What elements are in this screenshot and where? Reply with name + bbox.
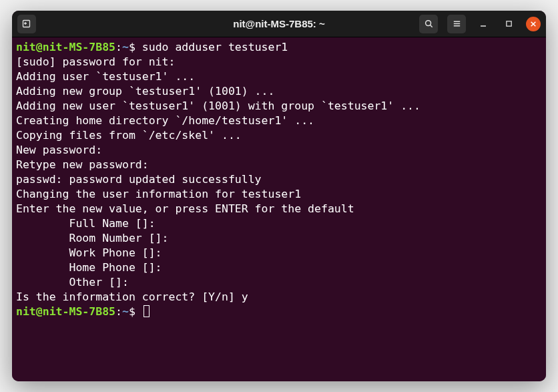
menu-button[interactable]	[447, 15, 466, 33]
terminal-line: Work Phone []:	[16, 246, 542, 260]
titlebar-left	[17, 15, 36, 33]
prompt-path: ~	[122, 41, 129, 53]
terminal-line: Changing the user information for testus…	[16, 187, 542, 202]
svg-line-4	[430, 25, 432, 27]
prompt-path: ~	[122, 305, 129, 318]
terminal-line: Retype new password:	[16, 158, 542, 172]
prompt-user: nit@nit-MS-7B85	[16, 305, 115, 318]
terminal-line: Adding new group `testuser1' (1001) ...	[16, 84, 542, 99]
prompt-user: nit@nit-MS-7B85	[16, 41, 115, 53]
terminal-line: Enter the new value, or press ENTER for …	[16, 202, 542, 216]
terminal-line: Home Phone []:	[16, 260, 542, 275]
terminal-line: passwd: password updated successfully	[16, 172, 542, 187]
search-button[interactable]	[419, 15, 438, 33]
new-tab-button[interactable]	[17, 15, 36, 33]
maximize-button[interactable]	[501, 16, 517, 32]
close-button[interactable]	[526, 17, 541, 31]
terminal-line: Adding new user `testuser1' (1001) with …	[16, 99, 542, 114]
terminal-line: Creating home directory `/home/testuser1…	[16, 114, 542, 128]
terminal-body[interactable]: nit@nit-MS-7B85:~$ sudo adduser testuser…	[12, 37, 546, 381]
prompt-colon: :	[115, 305, 122, 318]
prompt-colon: :	[115, 41, 122, 53]
terminal-line: Room Number []:	[16, 231, 542, 246]
svg-point-3	[425, 21, 431, 26]
terminal-line: [sudo] password for nit:	[16, 55, 542, 69]
terminal-line: Other []:	[16, 275, 542, 290]
terminal-line: Is the information correct? [Y/n] y	[16, 290, 542, 305]
titlebar-right	[419, 15, 541, 33]
prompt-dollar: $	[129, 41, 135, 53]
terminal-line: nit@nit-MS-7B85:~$ sudo adduser testuser…	[16, 40, 542, 55]
terminal-line: Adding user `testuser1' ...	[16, 69, 542, 84]
cursor-icon	[144, 305, 150, 317]
command-text	[135, 305, 142, 318]
window-title: nit@nit-MS-7B85: ~	[233, 18, 325, 29]
svg-rect-9	[506, 21, 511, 26]
terminal-window: nit@nit-MS-7B85: ~	[12, 11, 546, 381]
terminal-line: Full Name []:	[16, 216, 542, 231]
terminal-line: New password:	[16, 143, 542, 158]
prompt-dollar: $	[129, 305, 135, 318]
command-text: sudo adduser testuser1	[135, 41, 288, 53]
minimize-button[interactable]	[475, 16, 491, 32]
terminal-line: nit@nit-MS-7B85:~$	[16, 305, 542, 319]
terminal-line: Copying files from `/etc/skel' ...	[16, 128, 542, 143]
titlebar: nit@nit-MS-7B85: ~	[12, 11, 546, 37]
